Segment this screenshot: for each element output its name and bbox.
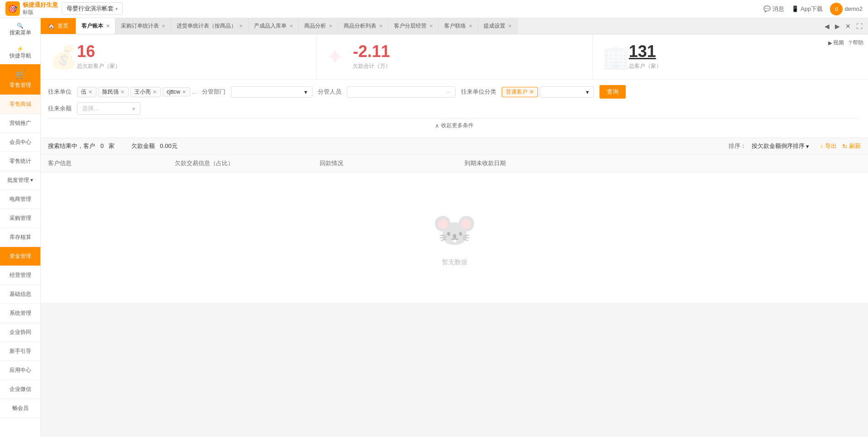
app-download-button[interactable]: 📱 App下载 [791,5,823,13]
tab-purchase-order-stats[interactable]: 采购订单统计表 ✕ [115,18,171,34]
remove-wu-tag-button[interactable]: ✕ [88,89,92,95]
stat-credit-customers-label: 总欠款客户（家） [77,62,120,70]
sort-arrow-icon: ▾ [806,143,809,150]
tab-fullscreen-button[interactable]: ⛶ [854,22,864,31]
sidebar-item-vip-member[interactable]: 畅会员 [0,399,40,418]
filter-row-2: 往来余额 选择... ▾ [48,102,861,115]
message-button[interactable]: 💬 消息 [763,5,784,13]
refresh-button[interactable]: ↻ 刷新 [842,142,861,150]
amount-select[interactable]: 选择... ▾ [77,102,140,115]
logo-text: 畅捷通好生意 标版 [23,1,58,16]
close-icon[interactable]: ✕ [429,24,433,28]
dept-filter-label: 分管部门 [202,88,225,96]
tab-cost-stock-in[interactable]: 产成品入库单 ✕ [249,18,299,34]
sidebar-item-marketing[interactable]: 营销推广 [0,114,40,133]
close-icon[interactable]: ✕ [162,24,165,28]
close-icon[interactable]: ✕ [329,24,332,28]
sidebar-item-ecom-mgmt[interactable]: 电商管理 [0,190,40,209]
category-filter-area: 普通客户 ✕ ▾ [502,86,594,98]
sidebar-item-inventory[interactable]: 库存核算 [0,228,40,247]
filter-row-1: 往来单位 伍 ✕ 陈民强 ✕ 王小亮 ✕ [48,85,861,99]
remove-cjttcw-tag-button[interactable]: ✕ [182,89,186,95]
collapse-button[interactable]: ∧ 收起更多条件 [435,122,474,129]
divider [815,142,815,151]
stat-debt-amount-label: 欠款合计（万） [353,62,391,70]
sidebar-item-capital-mgmt[interactable]: 资金管理 [0,247,40,266]
category-select[interactable]: ▾ [540,86,594,98]
stat-total-customers-label: 总客户（家） [629,62,662,70]
filter-area: 往来单位 伍 ✕ 陈民强 ✕ 王小亮 ✕ [41,80,868,138]
home-icon: 🏠 [48,23,55,29]
col-header-customer-info: 客户信息 [48,159,175,167]
sidebar-item-retail-mall[interactable]: 零售商城 [0,95,40,114]
sidebar-item-ops-mgmt[interactable]: 经营管理 [0,266,40,285]
tab-scroll-right-button[interactable]: ▶ [833,22,842,31]
message-icon: 💬 [763,5,771,12]
tab-product-analysis[interactable]: 商品分析 ✕ [299,18,338,34]
stat-credit-customers: 💰 16 总欠款客户（家） [41,34,317,79]
customer-count: 0 [101,142,104,149]
sidebar-item-retail-stats[interactable]: 零售统计 [0,152,40,171]
sidebar-item-enterprise-wechat[interactable]: 企业微信 [0,380,40,399]
sidebar-item-app-center[interactable]: 应用中心 [0,361,40,380]
empty-illustration: 🐭 [432,209,477,251]
logo-area: 🎯 畅捷通好生意 标版 [5,1,58,16]
export-button[interactable]: ↑ 导出 [820,142,837,150]
remove-category-tag-button[interactable]: ✕ [529,89,534,95]
tab-home[interactable]: 🏠 首页 [41,18,76,34]
stat-total-customers: 🏢 131 总客户（家） ▶ 视频 ? 帮助 [593,34,868,79]
tab-raise-settings[interactable]: 提成设置 ✕ [478,18,518,34]
chevron-down-icon: ▾ [586,89,589,95]
sidebar-item-system-mgmt[interactable]: 系统管理 [0,304,40,323]
close-icon[interactable]: ✕ [106,24,110,28]
sidebar-item-basic-info[interactable]: 基础信息 [0,285,40,304]
close-icon[interactable]: ✕ [289,24,293,28]
tab-customer-contact[interactable]: 客户联络 ✕ [439,18,478,34]
close-icon[interactable]: ✕ [379,24,383,28]
data-table: 客户信息 欠款交易信息（占比） 回款情况 到期未收款日期 🐭 暂无数据 [41,155,868,303]
chevron-down-icon: ▾ [304,89,307,95]
sidebar-item-new-guide[interactable]: 新手引导 [0,342,40,361]
unit-tag-group: 伍 ✕ 陈民强 ✕ 王小亮 ✕ cjttcw ✕ [77,87,197,97]
guide-help-button[interactable]: ? 帮助 [849,39,863,47]
remove-wang-tag-button[interactable]: ✕ [153,89,157,95]
close-icon[interactable]: ✕ [239,24,243,28]
more-options-icon: ··· [446,89,451,95]
debt-prefix-label: 欠款金额 [131,142,155,149]
store-selector[interactable]: 母婴行业演示帐套 ▾ [62,2,123,15]
close-icon[interactable]: ✕ [508,24,512,28]
sort-select[interactable]: 按欠款金额倒序排序 ▾ [752,142,809,150]
sidebar-item-member-center[interactable]: 会员中心 [0,133,40,152]
unit-tag-cjttcw: cjttcw ✕ [163,87,190,96]
search-menu-item[interactable]: 🔍 搜索菜单 [0,18,40,41]
tab-bar: 🏠 首页 客户账本 ✕ 采购订单统计表 ✕ 进货单统计表（按商品） ✕ 产成品入… [41,18,868,34]
dept-select[interactable]: ▾ [231,86,312,98]
remove-chen-tag-button[interactable]: ✕ [120,89,125,95]
debt-prefix [120,142,126,149]
stats-row: 💰 16 总欠款客户（家） ✦ -2.11 欠款合计（万） 🏢 131 总客户（… [41,34,868,80]
person-select[interactable]: ··· [347,86,456,98]
header-left: 🎯 畅捷通好生意 标版 母婴行业演示帐套 ▾ [5,1,123,16]
tab-close-all-button[interactable]: ✕ [844,22,853,31]
customer-unit: 家 [109,142,115,149]
quick-nav-item[interactable]: ⚡ 快捷导航 [0,41,40,64]
amount-filter-label: 往来余额 [48,104,72,113]
tab-customer-account[interactable]: 客户账本 ✕ [76,18,115,34]
sidebar-item-retail-mgmt[interactable]: 🛒 零售管理 [0,64,40,95]
unit-tag-chen: 陈民强 ✕ [98,87,129,97]
sidebar-item-enterprise-collab[interactable]: 企业协同 [0,323,40,342]
stat-credit-customers-number: 16 [77,43,95,60]
tab-scroll-left-button[interactable]: ◀ [823,22,831,31]
close-icon[interactable]: ✕ [469,24,472,28]
sidebar-item-wholesale-mgmt[interactable]: 批发管理 ▾ [0,171,40,190]
tab-stock-in-stats[interactable]: 进货单统计表（按商品） ✕ [171,18,249,34]
col-header-repay-status: 回款情况 [320,159,465,167]
tab-product-analysis-list[interactable]: 商品分析列表 ✕ [338,18,388,34]
unit-tag-more-button[interactable]: ... [192,89,197,95]
video-help-button[interactable]: ▶ 视频 [828,39,844,47]
col-header-due-date: 到期未收款日期 [465,159,861,167]
user-menu[interactable]: d demo2 [830,3,863,15]
sidebar-item-purchase-mgmt[interactable]: 采购管理 [0,209,40,228]
query-button[interactable]: 查询 [599,85,626,99]
tab-customer-segment[interactable]: 客户分层经营 ✕ [388,18,439,34]
